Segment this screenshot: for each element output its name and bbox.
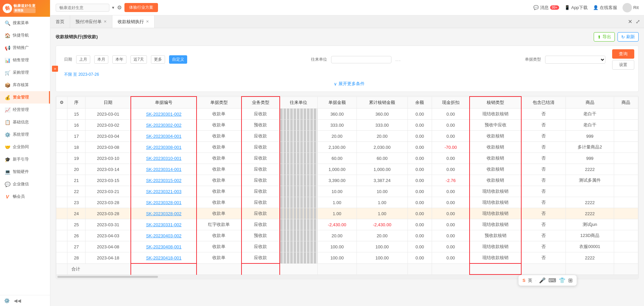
export-button[interactable]: ⬆ 导出 — [594, 32, 615, 42]
refresh-button[interactable]: ↻ 刷新 — [618, 32, 639, 42]
header-dropdown-arrow[interactable]: ▾ — [112, 5, 114, 10]
cell-voucher_no[interactable]: SK-20230310-001 — [131, 153, 197, 164]
collapse-icon[interactable]: ◀◀ — [14, 298, 21, 303]
cell-voucher_no[interactable]: SK-20230418-001 — [131, 252, 197, 264]
sidebar-item-sales[interactable]: 📊 销售管理 — [0, 54, 50, 66]
cell-gear — [56, 109, 67, 120]
cell-goods1: 多计量商品2 — [566, 142, 614, 153]
cell-voucher_no[interactable]: SK-20230314-001 — [131, 164, 197, 175]
sidebar-footer: ⚙️ ◀◀ — [0, 295, 50, 306]
setting-button[interactable]: 设置 — [612, 60, 634, 70]
cell-cash_discount: 0.00 — [432, 241, 470, 252]
last-7days-btn[interactable]: 近7天 — [130, 55, 147, 64]
cell-goods1: 2222 — [566, 252, 614, 264]
tab-payable-close[interactable]: ✕ — [104, 19, 107, 24]
keyboard-icon[interactable]: ⌨ — [548, 277, 556, 284]
message-item[interactable]: 💬 消息 99+ — [533, 5, 559, 11]
tab-close-all-icon[interactable]: ✕ — [627, 18, 634, 25]
partner-input[interactable] — [331, 56, 391, 63]
cell-balance: 0.00 — [408, 230, 432, 241]
purchase-icon: 🛒 — [5, 70, 10, 75]
voucher-type-select[interactable] — [545, 56, 605, 64]
tab-payable[interactable]: 预付冲应付单 ✕ — [70, 15, 112, 28]
hardware-icon: 💻 — [5, 169, 10, 175]
sidebar-item-search[interactable]: 🔍 搜索菜单 — [0, 17, 50, 29]
cell-biz_type: 应收款 — [241, 252, 280, 264]
more-date-btn[interactable]: 更多 — [151, 55, 165, 64]
cell-gear — [56, 186, 67, 197]
cell-voucher_no[interactable]: SK-20230321-003 — [131, 186, 197, 197]
industry-solution-button[interactable]: 体验行业方案 — [124, 3, 158, 12]
scroll-thumb[interactable] — [57, 276, 158, 278]
user-info[interactable]: Rit — [623, 3, 639, 12]
last-month-btn[interactable]: 上月 — [76, 55, 90, 64]
home-icon: 🏠 — [5, 33, 10, 38]
cell-partner — [280, 208, 318, 219]
tab-collection[interactable]: 收款核销执行 ✕ — [112, 15, 155, 28]
cell-voucher_no[interactable]: SK-20230302-002 — [131, 120, 197, 131]
cell-amount: 20.00 — [317, 230, 357, 241]
expand-btn[interactable]: ∨ 展开更多条件 — [64, 79, 634, 88]
sidebar-item-quick-nav[interactable]: 🏠 快捷导航 — [0, 29, 50, 42]
logo-icon: 畅 — [3, 4, 12, 13]
sidebar-item-inventory[interactable]: 📦 库存核算 — [0, 79, 50, 91]
refresh-icon: ↻ — [621, 35, 625, 40]
cell-amount: 1.00 — [317, 208, 357, 219]
cell-offset_type: 现结收款核销 — [470, 252, 521, 264]
sidebar-item-marketing[interactable]: 📢 营销推广 — [0, 42, 50, 54]
tab-expand-icon[interactable]: ⤢ — [634, 18, 641, 25]
sidebar-item-member[interactable]: V 畅会员 — [0, 190, 50, 203]
this-month-btn[interactable]: 本月 — [94, 55, 108, 64]
sidebar-item-basic[interactable]: 📋 基础信息 — [0, 116, 50, 128]
app-download-item[interactable]: 📱 App下载 — [565, 5, 588, 11]
sidebar-label-finance: 资金管理 — [13, 95, 29, 100]
header-gear-icon[interactable]: ⚙ — [117, 4, 122, 11]
sidebar-item-wechat[interactable]: 💬 企业微信 — [0, 178, 50, 190]
sidebar-item-enterprise[interactable]: 🤝 企业协同 — [0, 141, 50, 153]
sidebar-item-guide[interactable]: 🎓 新手引导 — [0, 153, 50, 166]
tab-collection-close[interactable]: ✕ — [146, 19, 149, 24]
cell-offset_type: 现结收款核销 — [470, 208, 521, 219]
cell-cash_discount: 0.00 — [432, 164, 470, 175]
cell-no: 17 — [67, 131, 86, 142]
sidebar-item-finance[interactable]: 💰 资金管理 — [0, 91, 50, 104]
cell-voucher_no[interactable]: SK-20230408-001 — [131, 241, 197, 252]
cell-voucher_type: 收款单 — [197, 131, 241, 142]
cell-goods1: 测试多属件 — [566, 175, 614, 186]
sidebar-item-hardware[interactable]: 💻 智能硬件 — [0, 166, 50, 178]
cell-voucher_no[interactable]: SK-20230304-001 — [131, 131, 197, 142]
sidebar-label-system: 系统管理 — [13, 132, 29, 137]
filter-toggle-button[interactable]: » — [52, 66, 58, 72]
custom-date-btn[interactable]: 自定义 — [169, 55, 187, 64]
mic-icon[interactable]: 🎤 — [539, 277, 546, 284]
cell-balance: 0.00 — [408, 164, 432, 175]
table-row: 202023-03-14SK-20230314-001收款单应收款1,000.0… — [56, 164, 638, 175]
tab-home[interactable]: 首页 — [50, 15, 70, 28]
date-range-display: 不限 至 2023-07-26 — [64, 72, 99, 77]
sidebar-item-purchase[interactable]: 🛒 采购管理 — [0, 66, 50, 79]
cell-balance: 0.00 — [408, 131, 432, 142]
sidebar-item-system[interactable]: ⚙️ 系统管理 — [0, 128, 50, 141]
online-service-item[interactable]: 👤 在线客服 — [593, 5, 617, 11]
query-button[interactable]: 查询 — [612, 49, 634, 59]
shirt-icon[interactable]: 👕 — [559, 277, 566, 284]
cell-balance: 0.00 — [408, 186, 432, 197]
cell-total_offset: 20.00 — [357, 131, 408, 142]
settings-footer-icon[interactable]: ⚙️ — [4, 298, 10, 303]
cell-voucher_no[interactable]: SK-20230331-002 — [131, 219, 197, 230]
guide-icon: 🎓 — [5, 157, 10, 162]
cell-goods2 — [614, 230, 638, 241]
total-label: 合计 — [67, 263, 131, 274]
cell-voucher_no[interactable]: SK-20230301-002 — [131, 109, 197, 120]
header-search-input[interactable] — [56, 4, 109, 12]
grid-icon[interactable]: ⊞ — [568, 277, 573, 284]
cell-voucher_no[interactable]: SK-20230315-002 — [131, 175, 197, 186]
th-gear[interactable]: ⚙ — [56, 97, 67, 109]
this-year-btn[interactable]: 本年 — [112, 55, 126, 64]
cell-voucher_no[interactable]: SK-20230328-001 — [131, 197, 197, 208]
sidebar-item-operations[interactable]: 📈 经营管理 — [0, 104, 50, 116]
cell-voucher_no[interactable]: SK-20230403-002 — [131, 230, 197, 241]
cell-voucher_no[interactable]: SK-20230328-002 — [131, 208, 197, 219]
cell-voucher_no[interactable]: SK-20230308-001 — [131, 142, 197, 153]
cell-balance: 0.00 — [408, 252, 432, 264]
